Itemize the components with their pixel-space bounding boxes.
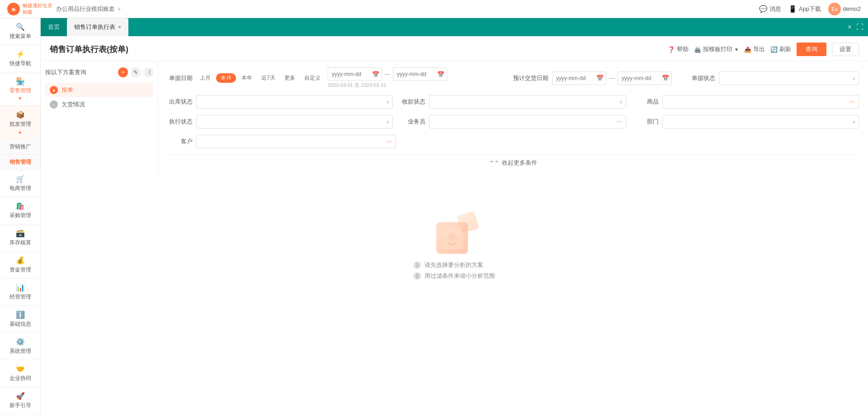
filter-field-expected-date: 预计交货日期 📅 — xyxy=(513,71,683,85)
date-range-filter: 上月 本月 本年 近7天 更多 自定义 xyxy=(196,67,506,89)
tab-home-label: 首页 xyxy=(48,23,60,31)
edit-scheme-button[interactable]: ✎ xyxy=(131,67,141,77)
purchase-icon: 🛍️ xyxy=(16,202,25,210)
filter-select-department[interactable] xyxy=(662,115,859,128)
filter-select-exec-status[interactable] xyxy=(196,115,393,128)
date-tab-more[interactable]: 更多 xyxy=(281,73,299,83)
user-area[interactable]: Ea demo2 xyxy=(828,3,861,15)
expected-from-wrap: 📅 xyxy=(552,71,606,85)
filter-select-payment[interactable] xyxy=(429,95,626,109)
export-label: 导出 xyxy=(753,45,765,53)
sidebar-item-enterprise[interactable]: 🤝 企业协同 xyxy=(0,360,40,387)
date-subtext: 2023-03-01 至 2023-03-31 xyxy=(328,82,447,89)
filter-label-customer: 客户 xyxy=(167,138,193,146)
tab-bar-right: × ⛶ xyxy=(848,23,868,31)
sidebar-item-app-center[interactable]: 📲 应用中心 xyxy=(0,414,40,418)
date-tab-last-month[interactable]: 上月 xyxy=(196,73,214,83)
sidebar-sub-item-sales[interactable]: 销售管理 xyxy=(0,155,40,170)
empty-box xyxy=(436,222,468,254)
search-icon: 🔍 xyxy=(16,23,25,31)
filter-control-doc-status xyxy=(719,71,859,85)
filter-control-outbound xyxy=(196,95,393,109)
sidebar-item-inventory[interactable]: 🗃️ 库存核算 xyxy=(0,224,40,252)
collapse-conditions-label: 收起更多条件 xyxy=(502,159,537,167)
salesperson-picker-icon[interactable]: ··· xyxy=(614,118,624,126)
filter-field-exec-status: 执行状态 xyxy=(167,115,393,128)
filter-left-panel: 按以下方案查询 + ✎ 《 xyxy=(41,61,158,177)
customer-picker-icon[interactable]: ··· xyxy=(384,138,394,146)
window-expand-icon[interactable]: ⛶ xyxy=(856,23,863,31)
export-button[interactable]: 📤 导出 xyxy=(744,45,765,53)
date-tab-7days[interactable]: 近7天 xyxy=(258,73,279,83)
window-close-icon[interactable]: × xyxy=(848,23,852,31)
sidebar-item-purchase[interactable]: 🛍️ 采购管理 xyxy=(0,197,40,224)
avatar-text: Ea xyxy=(832,6,838,12)
guide-icon: 🚀 xyxy=(16,392,25,400)
sidebar-item-retail[interactable]: 🏪 零售管理 ▼ xyxy=(0,72,40,106)
date-separator: — xyxy=(385,71,390,77)
filter-input-product[interactable] xyxy=(662,95,859,109)
expected-date-to-input[interactable] xyxy=(618,71,672,85)
tab-home[interactable]: 首页 xyxy=(41,18,67,36)
print-button[interactable]: 🖨️ 按模板打印 ▼ xyxy=(694,45,739,53)
tab-sales-exec[interactable]: 销售订单执行表 × xyxy=(67,18,128,36)
sidebar-item-basic-info[interactable]: ℹ️ 基础信息 xyxy=(0,306,40,333)
filter-control-customer: ··· xyxy=(196,135,396,148)
sidebar-item-ecommerce[interactable]: 🛒 电商管理 xyxy=(0,170,40,197)
sidebar-item-system[interactable]: ⚙️ 系统管理 xyxy=(0,333,40,360)
refresh-button[interactable]: 🔄 刷新 xyxy=(770,45,791,53)
svg-point-4 xyxy=(448,232,456,239)
empty-hints: 1 请先选择要分析的方案 2 用过滤条件来缩小分析范围 xyxy=(414,261,495,280)
product-picker-icon[interactable]: ··· xyxy=(848,98,857,106)
settings-button[interactable]: 设置 xyxy=(832,43,859,56)
sidebar-label-guide: 新手引导 xyxy=(9,402,31,409)
filter-select-doc-status[interactable] xyxy=(719,71,859,85)
add-scheme-button[interactable]: + xyxy=(118,67,128,77)
app-download-button[interactable]: 📱 App下载 xyxy=(788,5,821,13)
date-from-input[interactable] xyxy=(328,67,382,81)
sidebar-label-finance: 资金管理 xyxy=(9,266,31,274)
filter-nav-by-order[interactable]: ● 按单 xyxy=(45,83,153,97)
help-button[interactable]: ❓ 帮助 xyxy=(668,45,689,53)
sidebar-item-guide[interactable]: 🚀 新手引导 xyxy=(0,387,40,414)
date-range-inputs: 📅 — 📅 xyxy=(328,67,447,81)
breadcrumb[interactable]: 办公用品行业模拟账套 ∨ xyxy=(56,5,121,13)
hint-text-2: 用过滤条件来缩小分析范围 xyxy=(425,272,495,280)
filter-control-product: ··· xyxy=(662,95,859,109)
help-icon: ❓ xyxy=(668,46,675,53)
date-tab-custom[interactable]: 自定义 xyxy=(301,73,324,83)
filter-select-outbound[interactable] xyxy=(196,95,393,109)
sidebar-sub-item-marketing[interactable]: 营销推广 xyxy=(0,139,40,154)
filter-row-4: 客户 ··· xyxy=(167,135,859,148)
expected-date-from-input[interactable] xyxy=(552,71,606,85)
system-icon: ⚙️ xyxy=(16,337,25,346)
avatar: Ea xyxy=(828,3,841,15)
collapse-conditions-button[interactable]: ⌃⌃ 收起更多条件 xyxy=(167,155,859,171)
sidebar-item-operations[interactable]: 📊 经营管理 xyxy=(0,279,40,306)
sidebar-item-quick-nav[interactable]: ⚡ 快捷导航 xyxy=(0,45,40,72)
message-button[interactable]: 💬 消息 xyxy=(759,5,781,13)
query-button[interactable]: 查询 xyxy=(797,43,826,56)
date-to-input[interactable] xyxy=(393,67,447,81)
sidebar-item-search[interactable]: 🔍 搜索菜单 xyxy=(0,18,40,45)
filter-label-doc-status: 单据状态 xyxy=(690,74,715,82)
tab-close-icon[interactable]: × xyxy=(118,24,121,30)
filter-nav-backorder-icon: ○ xyxy=(50,100,58,109)
sidebar-label-system: 系统管理 xyxy=(9,347,31,355)
logo-text-line2: 标版 xyxy=(23,9,52,15)
app-download-icon: 📱 xyxy=(788,5,797,13)
filter-nav-backorder[interactable]: ○ 欠货情况 xyxy=(45,97,153,112)
filter-input-customer[interactable] xyxy=(196,135,396,148)
sidebar-item-finance[interactable]: 💰 资金管理 xyxy=(0,252,40,279)
filter-label-product: 商品 xyxy=(633,98,659,106)
filter-field-salesperson: 业务员 ··· xyxy=(400,115,626,128)
date-tab-this-year[interactable]: 本年 xyxy=(238,73,256,83)
page-content: 销售订单执行表(按单) ❓ 帮助 🖨️ 按模板打印 ▼ 📤 xyxy=(41,36,868,418)
date-tab-this-month[interactable]: 本月 xyxy=(216,73,236,83)
sidebar-item-wholesale[interactable]: 📦 批发管理 ▲ xyxy=(0,106,40,139)
collapse-left-icon: 《 xyxy=(146,69,151,76)
sidebar-label-purchase: 采购管理 xyxy=(9,212,31,219)
message-label: 消息 xyxy=(769,5,781,13)
filter-input-salesperson[interactable] xyxy=(429,115,626,128)
collapse-left-button[interactable]: 《 xyxy=(143,67,153,77)
